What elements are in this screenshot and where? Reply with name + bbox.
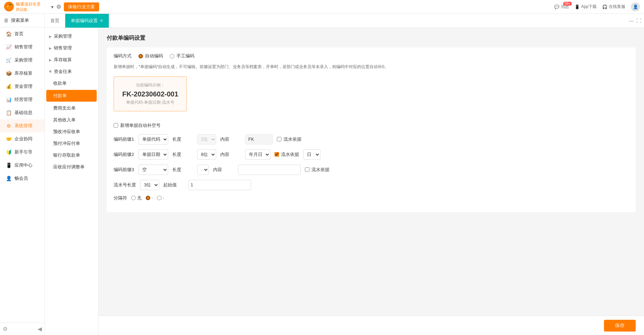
prefix2-select[interactable]: 单据日期 单据代码 空 [138,149,168,160]
prefix-row-2: 编码前缀2 单据日期 单据代码 空 长度 8位 6位 4位 [114,149,629,160]
sep-period-radio[interactable] [157,196,162,200]
collapse-icon[interactable]: ◀ [38,326,42,332]
content-area: 首页 单据编码设置 ✕ — ⛶ ▶ 采购管理 [45,14,644,335]
sales-icon: 📈 [6,44,12,50]
manual-code-radio-label[interactable]: 手工编码 [170,53,194,59]
length2-label: 长度 [172,151,193,158]
sidebar-item-guide[interactable]: 🔰 新手引导 [0,146,45,159]
sidebar-item-purchase[interactable]: 🛒 采购管理 [0,54,45,67]
subnav-item-payment[interactable]: 付款单 [46,90,97,102]
flow1-checkbox[interactable] [277,137,281,141]
online-service-button[interactable]: 🎧 在线客服 [602,4,625,10]
messages-button[interactable]: 💬 消息 99+ [554,4,569,10]
subnav-item-other-income[interactable]: 其他收入单 [45,114,98,126]
flow2-checkbox[interactable] [275,152,279,157]
save-button[interactable]: 保存 [604,320,636,332]
settings-icon[interactable]: ⚙ [3,326,8,332]
minimize-icon[interactable]: — [629,18,634,24]
sidebar-item-app[interactable]: 📱 应用中心 [0,159,45,172]
home-icon: 🏠 [6,31,12,37]
subnav-item-expense[interactable]: 费用支出单 [45,102,98,114]
auto-fill-checkbox[interactable] [114,123,118,128]
search-menu-item[interactable]: ☰ 搜索菜单 [0,14,45,27]
day2-select[interactable]: 日 月 年 [303,149,320,160]
system-icon: ⚙ [6,123,12,129]
subnav-item-bank[interactable]: 银行存取款单 [45,149,98,161]
brand-area: 🍊 畅通道好生意 拼品版 [4,2,46,12]
preview-desc: 单据代码-单据日期-流水号 [122,100,178,105]
purchase-icon: 🛒 [6,57,12,63]
prefix3-label: 编码前缀3 [114,167,134,173]
business-icon: 📊 [6,96,12,103]
prefix3-select[interactable]: 空 单据代码 单据日期 [138,165,168,175]
gear-icon[interactable]: ⚙ [56,3,61,10]
length1-select[interactable]: 2位 [197,134,216,145]
subnav-group-sales: ▶ 销售管理 [45,42,98,54]
subnav-group-finance: ▶ 资金往来 收款单 付款单 费用支出单 其他收入单 预收冲应收单 预付冲应付单… [45,66,98,173]
sep-none-radio[interactable] [131,196,136,200]
sidebar-item-member[interactable]: 👤 畅会员 [0,172,45,185]
collapse-arrow-icon: ▶ [49,35,52,38]
subnav-item-receivable-adjust[interactable]: 应收应付调整单 [45,161,98,173]
sep-none-label[interactable]: 无 [131,195,142,201]
search-icon: ☰ [4,18,8,23]
app-icon: 📱 [6,162,12,168]
start-value-label: 起始值 [163,182,184,188]
expand-arrow-icon: ▶ [49,70,52,73]
top-header: 🍊 畅通道好生意 拼品版 ▾ ⚙ 体验行业方案 💬 消息 99+ 📱 App下载… [0,0,644,14]
subnav-group-inventory-title[interactable]: ▶ 库存核算 [45,54,98,66]
sidebar-item-sales[interactable]: 📈 销售管理 [0,40,45,54]
sep-dot-radio[interactable] [146,196,150,200]
subnav-item-receipt[interactable]: 收款单 [45,77,98,89]
preview-value: FK-20230602-001 [122,90,178,98]
tab-bar-right: — ⛶ [629,18,644,24]
content3-input[interactable] [238,165,301,175]
expand-icon[interactable]: ⛶ [636,18,641,24]
auto-code-radio[interactable] [138,54,143,58]
coop-icon: 🤝 [6,136,12,142]
serial-length-select[interactable]: 3位 4位 5位 [140,180,159,190]
prefix1-label: 编码前缀1 [114,136,134,142]
coding-method-label: 编码方式 [114,53,132,59]
try-industry-button[interactable]: 体验行业方案 [64,2,99,11]
sep-dot-label[interactable]: · [146,195,153,201]
inventory-icon: 📦 [6,70,12,76]
chevron-down-icon[interactable]: ▾ [51,4,54,10]
finance-icon: 💰 [6,83,12,90]
length2-select[interactable]: 8位 6位 4位 [197,149,216,160]
subnav-group-finance-title[interactable]: ▶ 资金往来 [45,66,98,77]
page-wrapper: 付款单编码设置 编码方式 自动编码 手工编码 [98,28,644,335]
tab-code-settings[interactable]: 单据编码设置 ✕ [65,14,109,28]
base-icon: 📋 [6,110,12,116]
flow3-checkbox[interactable] [305,167,309,172]
sep-period-label[interactable]: · [157,195,164,201]
tab-close-icon[interactable]: ✕ [100,18,103,23]
sidebar: ☰ 搜索菜单 🏠 首页 📈 销售管理 🛒 采购管理 📦 库存核算 💰 资金管理 … [0,14,45,335]
auto-code-radio-label[interactable]: 自动编码 [138,53,163,59]
sidebar-item-coop[interactable]: 🤝 企业协同 [0,132,45,146]
length3-select[interactable] [197,165,209,175]
prefix1-select[interactable]: 单据代码 单据日期 空 [138,134,168,145]
sidebar-item-business[interactable]: 📊 经营管理 [0,93,45,106]
content2-label: 内容 [220,151,241,158]
subnav-item-advance-receive[interactable]: 预收冲应收单 [45,126,98,138]
serial-row: 流水号长度 3位 4位 5位 起始值 [114,180,629,190]
sidebar-item-base[interactable]: 📋 基础信息 [0,106,45,119]
brand-icon: 🍊 [4,2,14,11]
subnav-item-advance-pay[interactable]: 预付冲应付单 [45,138,98,149]
sidebar-item-home[interactable]: 🏠 首页 [0,27,45,40]
subnav-group-purchase-title[interactable]: ▶ 采购管理 [45,30,98,42]
content2-select[interactable]: 年月日 年月 年 [245,149,270,160]
tab-home[interactable]: 首页 [45,14,65,28]
manual-code-radio[interactable] [170,54,174,58]
length3-label: 长度 [172,167,193,173]
sidebar-bottom: ⚙ ◀ [0,323,45,335]
start-value-input[interactable] [188,180,251,190]
prefix-row-3: 编码前缀3 空 单据代码 单据日期 长度 内容 [114,165,629,175]
subnav-group-sales-title[interactable]: ▶ 销售管理 [45,42,98,54]
sidebar-item-finance[interactable]: 💰 资金管理 [0,80,45,93]
sidebar-item-system[interactable]: ⚙ 系统管理 [0,119,45,132]
user-avatar[interactable]: 👤 [631,2,640,11]
sidebar-item-inventory[interactable]: 📦 库存核算 [0,67,45,80]
app-download-button[interactable]: 📱 App下载 [575,4,597,10]
